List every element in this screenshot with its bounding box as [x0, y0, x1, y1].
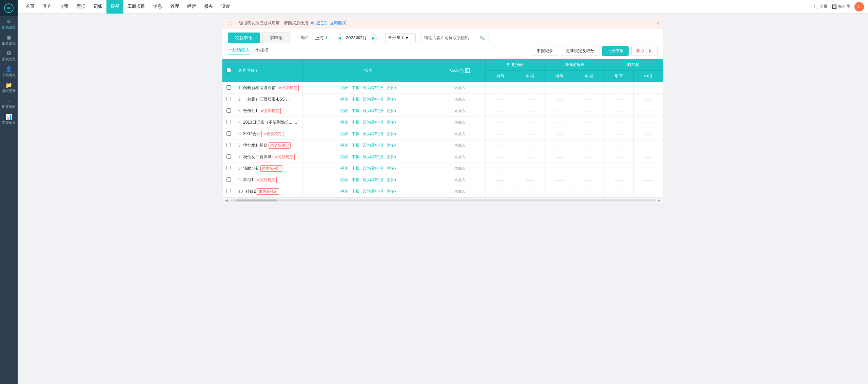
op-more-4[interactable]: 更多▾ [386, 131, 396, 136]
upgrade-button[interactable]: 🔲 畅会员 [832, 4, 850, 9]
btn-batch[interactable]: 批量申报 [602, 46, 629, 56]
op-submit-1[interactable]: 申报 [352, 97, 360, 102]
row-checkbox-1[interactable] [223, 94, 235, 105]
op-more-2[interactable]: 更多▾ [386, 108, 396, 113]
sub-tab-small[interactable]: 小规模 [255, 47, 269, 55]
op-more-3[interactable]: 更多▾ [386, 120, 396, 125]
scroll-thumb[interactable] [236, 199, 277, 201]
op-tax-table-1[interactable]: 税表 [340, 97, 348, 102]
op-zero-1[interactable]: 设为零申报 [363, 97, 383, 102]
row-as-9: —— [633, 186, 663, 197]
sidebar-item-tax-records[interactable]: 📁 报税记录 [0, 80, 18, 96]
nav-settings[interactable]: 设置 [217, 0, 234, 14]
user-avatar[interactable]: U [854, 2, 864, 12]
personal-tax-icon: 👤 [5, 67, 12, 72]
row-checkbox-7[interactable] [223, 163, 235, 174]
op-submit-4[interactable]: 申报 [352, 131, 360, 136]
op-zero-0[interactable]: 设为零申报 [363, 85, 383, 90]
search-icon[interactable]: 🔍 [480, 36, 485, 40]
nav-billing[interactable]: 收费 [56, 0, 73, 14]
date-next-button[interactable]: ▶ [370, 34, 377, 42]
btn-withdraw[interactable]: 收取回执 [631, 46, 658, 56]
op-tax-table-7[interactable]: 税表 [340, 166, 348, 171]
scroll-right-button[interactable]: ▶ [656, 198, 662, 203]
sidebar-item-batch-tax[interactable]: ▦ 批量报税 [0, 32, 18, 48]
date-prev-button[interactable]: ◀ [336, 34, 343, 42]
row-checkbox-8[interactable] [223, 174, 235, 186]
nav-accounting[interactable]: 记账 [90, 0, 106, 14]
row-tf-5: —— [545, 140, 574, 151]
nav-tax[interactable]: 报税 [106, 0, 123, 14]
op-zero-8[interactable]: 设为零申报 [363, 177, 383, 182]
row-checkbox-3[interactable] [223, 117, 235, 128]
nav-message[interactable]: 消息 [149, 0, 166, 14]
op-zero-9[interactable]: 设为零申报 [363, 189, 383, 194]
banner-link-buy[interactable]: 立即购买 [330, 20, 346, 26]
op-zero-5[interactable]: 设为零申报 [363, 143, 383, 148]
op-more-1[interactable]: 更多▾ [386, 97, 396, 102]
row-checkbox-5[interactable] [223, 140, 235, 151]
nav-customer[interactable]: 客户 [39, 0, 56, 14]
nav-service[interactable]: 服务 [200, 0, 217, 14]
scroll-left-button[interactable]: ◀ [224, 198, 229, 203]
op-tax-table-0[interactable]: 税表 [340, 85, 348, 90]
search-input[interactable] [424, 36, 478, 40]
row-checkbox-9[interactable] [223, 186, 235, 197]
op-tax-table-2[interactable]: 税表 [340, 108, 348, 113]
row-checkbox-2[interactable] [223, 105, 235, 117]
op-more-8[interactable]: 更多▾ [386, 177, 396, 182]
btn-update[interactable]: 更新税定及取数 [561, 46, 599, 56]
op-zero-2[interactable]: 设为零申报 [363, 108, 383, 113]
sidebar-item-business-report[interactable]: 📊 工商年报 [0, 112, 18, 128]
horizontal-scrollbar[interactable]: ◀ ▶ [222, 197, 663, 203]
tab-tax-declare[interactable]: 税款申报 [228, 33, 260, 43]
region-info-icon[interactable]: ℹ [326, 35, 328, 40]
banner-close-button[interactable]: × [656, 21, 659, 26]
op-more-0[interactable]: 更多▾ [386, 85, 396, 90]
op-submit-2[interactable]: 申报 [352, 108, 360, 113]
op-submit-8[interactable]: 申报 [352, 177, 360, 182]
sidebar-item-tax-settings[interactable]: ⚙ 报税设置 [0, 16, 18, 32]
op-tax-table-6[interactable]: 税表 [340, 154, 348, 159]
op-tax-table-3[interactable]: 税表 [340, 120, 348, 125]
status-tag-3: 未更新税定 [293, 119, 302, 126]
op-zero-3[interactable]: 设为零申报 [363, 120, 383, 125]
op-submit-6[interactable]: 申报 [352, 154, 360, 159]
row-checkbox-0[interactable] [223, 82, 235, 94]
op-submit-0[interactable]: 申报 [352, 85, 360, 90]
row-name-5: 6 地方水利基金 未更新税定 [235, 140, 303, 151]
banner-link-records[interactable]: 申报汇总 [311, 20, 327, 26]
op-submit-3[interactable]: 申报 [352, 120, 360, 125]
op-more-6[interactable]: 更多▾ [386, 154, 396, 159]
select-all-checkbox[interactable] [226, 68, 231, 72]
op-submit-7[interactable]: 申报 [352, 166, 360, 171]
nav-home[interactable]: 首页 [22, 0, 39, 14]
op-tax-table-5[interactable]: 税表 [340, 143, 348, 148]
op-tax-table-9[interactable]: 税表 [340, 189, 348, 194]
op-tax-table-8[interactable]: 税表 [340, 177, 348, 182]
sidebar-item-personal-tax[interactable]: 👤 个税申报 [0, 64, 18, 80]
op-more-7[interactable]: 更多▾ [386, 166, 396, 171]
dept-select[interactable]: 全部员工 ▾ [385, 33, 416, 42]
op-tax-table-4[interactable]: 税表 [340, 131, 348, 136]
btn-records[interactable]: 申报记录 [532, 46, 558, 56]
op-more-5[interactable]: 更多▾ [386, 143, 396, 148]
op-submit-9[interactable]: 申报 [352, 189, 360, 194]
op-submit-5[interactable]: 申报 [352, 143, 360, 148]
op-more-9[interactable]: 更多▾ [386, 189, 396, 194]
sub-tab-general[interactable]: 一般纳税人 [228, 47, 250, 55]
row-checkbox-6[interactable] [223, 151, 235, 163]
sidebar-item-tax-overview[interactable]: 🖥 报税总览 [0, 48, 18, 64]
tab-zero-declare[interactable]: 零申报 [262, 33, 290, 43]
op-zero-6[interactable]: 设为零申报 [363, 154, 383, 159]
nav-invoice[interactable]: 票据 [73, 0, 90, 14]
nav-finance[interactable]: 经营 [183, 0, 200, 14]
op-zero-7[interactable]: 设为零申报 [363, 166, 383, 171]
nav-business[interactable]: 工商项目 [123, 0, 149, 14]
scroll-track[interactable] [229, 199, 656, 201]
fullscreen-button[interactable]: ⛶ 全屏 [814, 4, 828, 9]
row-checkbox-4[interactable] [223, 128, 235, 140]
op-zero-4[interactable]: 设为零申报 [363, 131, 383, 136]
nav-manage[interactable]: 管理 [166, 0, 183, 14]
sidebar-item-calc-clear[interactable]: ≡ 汇算清缴 [0, 96, 18, 112]
